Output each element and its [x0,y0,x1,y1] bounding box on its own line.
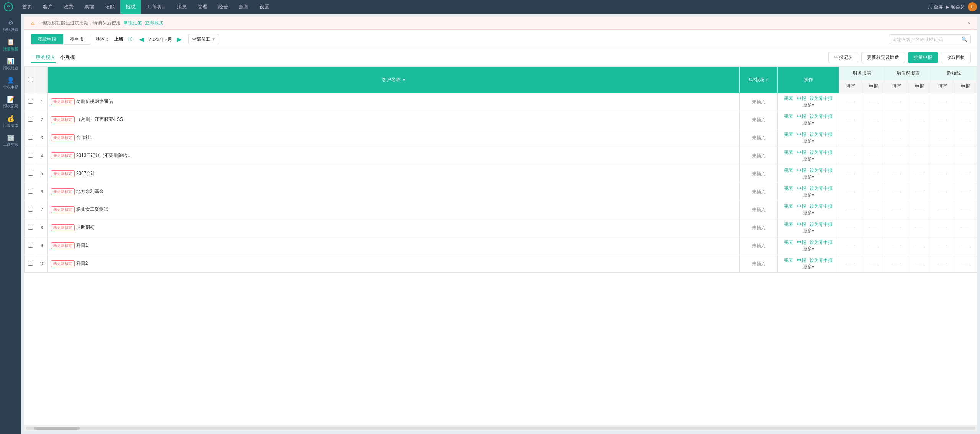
date-prev-btn[interactable]: ◀ [137,35,146,44]
op-zero-declare-link[interactable]: 设为零申报 [810,258,833,263]
sidebar-item-annual-report[interactable]: 🏢 工商年报 [1,132,21,149]
op-declare-link[interactable]: 申报 [797,132,806,137]
op-more-link[interactable]: 更多▾ [803,120,814,126]
row-checkbox[interactable] [28,153,33,158]
op-zero-declare-link[interactable]: 设为零申报 [810,132,833,137]
tab-tax-declaration[interactable]: 税款申报 [31,34,63,44]
op-zero-declare-link[interactable]: 设为零申报 [810,150,833,155]
sidebar-item-tax-settings[interactable]: ⚙ 报税设置 [1,17,21,34]
op-more-link[interactable]: 更多▾ [803,192,814,197]
nav-item-bookkeeping[interactable]: 记账 [100,0,120,14]
sidebar-item-tax-overview[interactable]: 📊 报税总览 [1,55,21,73]
tab-general-taxpayer[interactable]: 一般的税人 [31,52,56,63]
op-declare-link[interactable]: 申报 [797,204,806,209]
nav-item-tax[interactable]: 报税 [120,0,141,14]
row-checkbox[interactable] [28,135,33,140]
op-zero-declare-link[interactable]: 设为零申报 [810,204,833,209]
op-tax-form-link[interactable]: 税表 [784,240,793,245]
op-zero-declare-link[interactable]: 设为零申报 [810,114,833,119]
nav-item-operation[interactable]: 经营 [213,0,234,14]
sort-icon[interactable]: ▾ [403,78,405,82]
op-tax-form-link[interactable]: 税表 [784,168,793,173]
fullscreen-btn[interactable]: ⛶ 全屏 [928,4,943,10]
search-icon[interactable]: 🔍 [961,36,967,42]
op-declare-link[interactable]: 申报 [797,96,806,101]
nav-item-home[interactable]: 首页 [17,0,38,14]
op-tax-form-link[interactable]: 税表 [784,114,793,119]
member-btn[interactable]: ▶ 畅会员 [946,4,965,10]
op-tax-form-link[interactable]: 税表 [784,96,793,101]
op-tax-form-link[interactable]: 税表 [784,204,793,209]
trial-banner: ⚠ 一键报税功能已过试用期，请购买后使用 申报汇签 立即购买 × [24,17,977,30]
op-more-link[interactable]: 更多▾ [803,174,814,179]
row-checkbox[interactable] [28,99,33,104]
op-zero-declare-link[interactable]: 设为零申报 [810,186,833,191]
horizontal-scrollbar[interactable] [24,425,977,431]
date-nav: ◀ 2023年2月 ▶ [137,35,184,44]
op-declare-link[interactable]: 申报 [797,114,806,119]
nav-item-biz[interactable]: 工商项目 [141,0,172,14]
op-more-link[interactable]: 更多▾ [803,246,814,251]
tab-small-scale[interactable]: 小规模 [60,52,75,63]
op-zero-declare-link[interactable]: 设为零申报 [810,222,833,227]
op-more-link[interactable]: 更多▾ [803,228,814,233]
scrollbar-thumb[interactable] [34,427,80,430]
banner-close-button[interactable]: × [968,20,971,26]
op-more-link[interactable]: 更多▾ [803,102,814,108]
row-checkbox[interactable] [28,171,33,176]
row-checkbox[interactable] [28,117,33,122]
op-tax-form-link[interactable]: 税表 [784,258,793,263]
op-zero-declare-link[interactable]: 设为零申报 [810,96,833,101]
nav-item-message[interactable]: 消息 [172,0,192,14]
th-additional-report: 申报 [954,80,977,93]
row-checkbox[interactable] [28,243,33,248]
row-checkbox[interactable] [28,207,33,212]
op-declare-link[interactable]: 申报 [797,168,806,173]
op-more-link[interactable]: 更多▾ [803,264,814,269]
row-checkbox[interactable] [28,225,33,230]
sidebar-item-tax-records[interactable]: 📝 报税记录 [1,93,21,111]
sidebar-item-personal-tax[interactable]: 👤 个税申报 [1,74,21,92]
nav-item-manage[interactable]: 管理 [192,0,213,14]
row-operations: 税表 申报 设为零申报 更多▾ [778,237,839,255]
op-zero-declare-link[interactable]: 设为零申报 [810,168,833,173]
table-row: 10 未更新核定 科目2 未插入 税表 申报 设为零申报 更多▾ —— —— —… [25,255,977,273]
row-checkbox[interactable] [28,261,33,266]
update-tax-btn[interactable]: 更新税定及取数 [861,52,905,63]
th-ca-status: CA状态 C [740,67,778,93]
collect-receipt-btn[interactable]: 收取回执 [941,52,971,63]
op-tax-form-link[interactable]: 税表 [784,132,793,137]
search-input[interactable] [892,37,961,42]
tab-zero-declaration[interactable]: 零申报 [63,34,91,44]
avatar[interactable]: U [968,2,977,11]
op-declare-link[interactable]: 申报 [797,240,806,245]
op-tax-form-link[interactable]: 税表 [784,222,793,227]
op-declare-link[interactable]: 申报 [797,186,806,191]
nav-item-service[interactable]: 服务 [234,0,254,14]
batch-declaration-btn[interactable]: 批量申报 [908,52,938,63]
op-zero-declare-link[interactable]: 设为零申报 [810,240,833,245]
sidebar-item-settlement[interactable]: 💰 汇算清缴 [1,113,21,130]
op-tax-form-link[interactable]: 税表 [784,150,793,155]
op-declare-link[interactable]: 申报 [797,258,806,263]
sidebar-item-batch-tax[interactable]: 📋 批量报税 [1,36,21,54]
staff-select[interactable]: 全部员工 ▼ [188,34,219,44]
op-more-link[interactable]: 更多▾ [803,156,814,162]
op-declare-link[interactable]: 申报 [797,150,806,155]
nav-item-settings[interactable]: 设置 [254,0,275,14]
banner-link-buy[interactable]: 立即购买 [145,20,163,26]
date-next-btn[interactable]: ▶ [175,35,184,44]
declaration-records-btn[interactable]: 申报记录 [828,52,858,63]
op-more-link[interactable]: 更多▾ [803,210,814,215]
select-all-checkbox[interactable] [28,77,33,82]
op-tax-form-link[interactable]: 税表 [784,186,793,191]
row-checkbox[interactable] [28,189,33,194]
nav-item-fee[interactable]: 收费 [58,0,79,14]
info-icon[interactable]: ⓘ [128,36,132,42]
nav-item-invoice[interactable]: 票据 [79,0,100,14]
op-declare-link[interactable]: 申报 [797,222,806,227]
row-num: 2 [36,111,48,129]
banner-link-report[interactable]: 申报汇签 [124,20,142,26]
nav-item-customer[interactable]: 客户 [38,0,58,14]
op-more-link[interactable]: 更多▾ [803,138,814,144]
